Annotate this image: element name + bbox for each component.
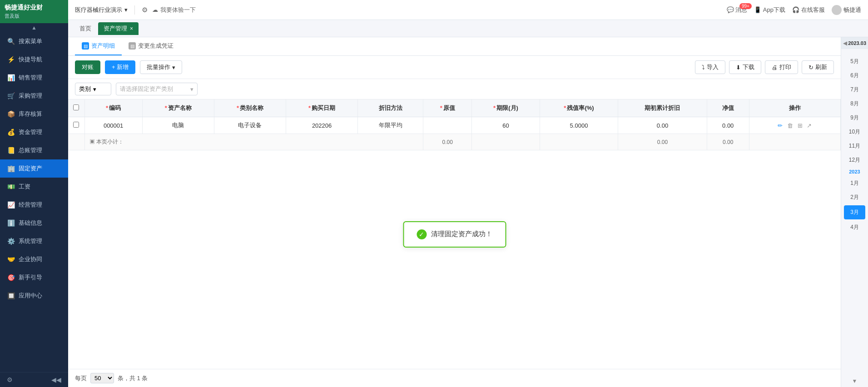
cell-purchase-date: 202206 [286, 117, 358, 134]
sidebar-scroll-up[interactable]: ▲ [0, 23, 68, 32]
sidebar-item-system[interactable]: ⚙️ 系统管理 [0, 232, 68, 250]
sidebar-icon-guide: 🎯 [7, 273, 15, 282]
sidebar-item-fixed-assets[interactable]: 🏢 固定资产 [0, 159, 68, 178]
calendar-down-icon[interactable]: ▼ [852, 378, 858, 384]
delete-icon[interactable]: 🗑 [787, 122, 793, 129]
copy-icon[interactable]: ⊞ [798, 122, 803, 129]
refresh-button[interactable]: ↻ 刷新 [802, 60, 834, 74]
sidebar: 畅捷通好业财 普及版 ▲ 🔍 搜索菜单 ⚡ 快捷导航 📊 销售管理 🛒 采购管理… [0, 0, 68, 387]
sidebar-item-inventory[interactable]: 📦 库存核算 [0, 105, 68, 123]
print-button[interactable]: 🖨 打印 [765, 60, 798, 74]
sidebar-label-app-center: 应用中心 [19, 292, 42, 300]
category-value-filter[interactable]: 请选择固定资产类别 ▾ [116, 83, 198, 95]
sidebar-label-inventory: 库存核算 [19, 110, 42, 118]
tab-label: 资产管理 [104, 25, 127, 33]
sidebar-item-purchase[interactable]: 🛒 采购管理 [0, 87, 68, 105]
sidebar-label-fixed-assets: 固定资产 [19, 164, 42, 173]
calendar-month-2023-3月[interactable]: 3月 [844, 205, 865, 219]
refresh-icon: ↻ [808, 64, 813, 71]
topbar-right: 💬 消息 99+ 📱 App下载 🎧 在线客服 畅捷通 [727, 5, 861, 15]
more-icon[interactable]: ↗ [807, 122, 812, 129]
new-button[interactable]: + 新增 [105, 60, 135, 74]
calendar-month-5月[interactable]: 5月 [841, 55, 868, 69]
col-accumulated: 期初累计折旧 [618, 99, 707, 117]
sidebar-item-sales[interactable]: 📊 销售管理 [0, 69, 68, 87]
sidebar-item-basic-info[interactable]: ℹ️ 基础信息 [0, 214, 68, 232]
gear-icon[interactable]: ⚙ [142, 6, 148, 14]
calendar-year-display: 2023.03 [848, 40, 866, 46]
sidebar-label-system: 系统管理 [19, 237, 42, 245]
sidebar-item-finance[interactable]: 💰 资金管理 [0, 123, 68, 141]
sidebar-label-quick-nav: 快捷导航 [19, 55, 42, 64]
tab-home[interactable]: 首页 [75, 22, 96, 35]
cloud-icon: ☁ [152, 6, 158, 13]
content-main: ▤ 资产明细 ▤ 变更生成凭证 对账 + 新增 批量操作 ▾ [68, 37, 841, 387]
sidebar-item-app-center[interactable]: 🔲 应用中心 [0, 287, 68, 305]
download-label: 下载 [743, 63, 754, 71]
select-all-checkbox[interactable] [73, 104, 79, 110]
message-btn[interactable]: 💬 消息 99+ [727, 6, 747, 14]
subtab-asset-detail[interactable]: ▤ 资产明细 [75, 37, 122, 55]
batch-ops-button[interactable]: 批量操作 ▾ [140, 60, 182, 74]
sidebar-nav: 🔍 搜索菜单 ⚡ 快捷导航 📊 销售管理 🛒 采购管理 📦 库存核算 💰 资金管… [0, 32, 68, 372]
phone-icon: 📱 [754, 6, 761, 13]
calendar-month-2023-1月[interactable]: 1月 [841, 176, 868, 190]
subtabs: ▤ 资产明细 ▤ 变更生成凭证 [68, 37, 841, 56]
company-selector[interactable]: 医疗器械行业演示 ▾ [75, 6, 128, 14]
subtab-change-voucher[interactable]: ▤ 变更生成凭证 [122, 37, 180, 55]
success-toast: ✓ 清理固定资产成功！ [403, 221, 506, 248]
calendar-month-2023-4月[interactable]: 4月 [841, 220, 868, 234]
filter-bar: 类别 ▾ 请选择固定资产类别 ▾ [68, 79, 841, 99]
sidebar-label-ledger: 总账管理 [19, 146, 42, 154]
calendar-month-8月[interactable]: 8月 [841, 97, 868, 111]
calendar-month-6月[interactable]: 6月 [841, 69, 868, 83]
app-download-btn[interactable]: 📱 App下载 [754, 6, 785, 14]
calendar-month-7月[interactable]: 7月 [841, 83, 868, 97]
user-btn[interactable]: 畅捷通 [832, 5, 861, 15]
calendar-month-11月[interactable]: 11月 [841, 139, 868, 153]
cell-code: 000001 [84, 117, 142, 134]
toast-message: 清理固定资产成功！ [431, 230, 492, 238]
download-icon: ⬇ [736, 64, 741, 71]
subtotal-accumulated: 0.00 [618, 134, 707, 150]
calendar-month-2023-2月[interactable]: 2月 [841, 190, 868, 204]
calendar-prev-year-label [841, 51, 868, 55]
per-page-select[interactable]: 50 10 20 100 [90, 373, 114, 383]
calendar-months: 5月6月7月8月9月10月11月12月20231月2月3月4月 [841, 49, 868, 375]
sidebar-icon-sales: 📊 [7, 74, 15, 82]
tab-asset-management[interactable]: 资产管理 × [98, 22, 139, 35]
sidebar-label-operations: 经营管理 [19, 201, 42, 209]
cell-actions: ✏ 🗑 ⊞ ↗ [749, 117, 840, 134]
import-button[interactable]: ⤵ 导入 [695, 60, 725, 74]
sidebar-item-quick-nav[interactable]: ⚡ 快捷导航 [0, 50, 68, 69]
sidebar-item-payroll[interactable]: 💵 工资 [0, 178, 68, 196]
category-filter[interactable]: 类别 ▾ [75, 83, 111, 95]
sidebar-item-cooperation[interactable]: 🤝 企业协同 [0, 250, 68, 268]
sidebar-item-operations[interactable]: 📈 经营管理 [0, 196, 68, 214]
row-select-checkbox[interactable] [73, 122, 79, 128]
calendar-header: ◀ 2023.03 [841, 37, 868, 49]
edit-icon[interactable]: ✏ [778, 122, 783, 129]
settings-icon[interactable]: ⚙ [7, 376, 13, 383]
sidebar-label-basic-info: 基础信息 [19, 219, 42, 227]
calendar-month-10月[interactable]: 10月 [841, 125, 868, 139]
service-btn[interactable]: 🎧 在线客服 [792, 6, 825, 14]
sidebar-item-ledger[interactable]: 📒 总账管理 [0, 141, 68, 159]
sidebar-icon-basic-info: ℹ️ [7, 219, 15, 227]
calendar-month-12月[interactable]: 12月 [841, 153, 868, 167]
collapse-icon[interactable]: ◀◀ [51, 376, 61, 383]
msg-badge: 99+ [739, 3, 752, 9]
reconcile-button[interactable]: 对账 [75, 60, 100, 74]
calendar-month-9月[interactable]: 9月 [841, 111, 868, 125]
calendar-expand-icon[interactable]: ◀ [843, 40, 847, 46]
sidebar-item-guide[interactable]: 🎯 新手引导 [0, 268, 68, 287]
sidebar-item-search[interactable]: 🔍 搜索菜单 [0, 32, 68, 50]
download-button[interactable]: ⬇ 下载 [729, 60, 761, 74]
cell-name: 电脑 [142, 117, 214, 134]
chevron-down-icon: ▾ [93, 86, 96, 93]
experience-btn[interactable]: ☁ 我要体验一下 [152, 6, 196, 14]
tab-close-icon[interactable]: × [130, 25, 133, 32]
sidebar-icon-fixed-assets: 🏢 [7, 164, 15, 173]
subtab-icon-detail: ▤ [82, 42, 89, 50]
sidebar-icon-quick-nav: ⚡ [7, 55, 15, 64]
